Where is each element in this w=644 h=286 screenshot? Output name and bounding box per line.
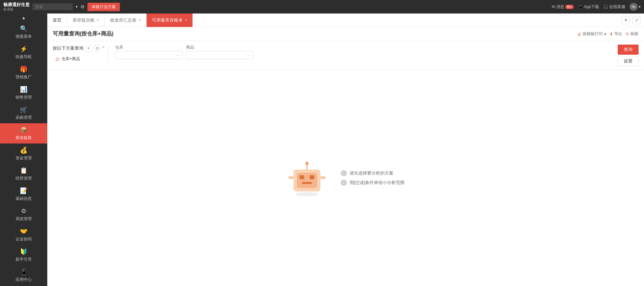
tab-summary-close[interactable]: × xyxy=(138,18,141,23)
purchase-icon: 🛒 xyxy=(20,106,27,113)
sidebar-label-operations: 经营管理 xyxy=(16,176,32,181)
page-header-actions: 🖨 按模板打印 ▾ ⬆ 导出 ↻ 刷新 xyxy=(577,31,639,37)
app-download-label: App下载 xyxy=(584,4,599,10)
export-icon: ⬆ xyxy=(610,32,613,36)
sidebar-item-finance[interactable]: 💰 资金管理 xyxy=(0,144,47,164)
settings-icon[interactable]: ⚙ xyxy=(80,4,85,9)
sidebar-item-system[interactable]: ⚙ 系统管理 xyxy=(0,204,47,225)
empty-state: 1 请先选择要分析的方案 2 用[过滤]条件来缩小分析范围 xyxy=(47,70,644,286)
sidebar-label-search: 搜索菜单 xyxy=(16,34,32,40)
product-label: 商品 xyxy=(186,45,254,50)
enterprise-icon: 🤝 xyxy=(20,228,27,235)
sidebar-label-sales: 销售管理 xyxy=(16,95,32,100)
query-button[interactable]: 查询 xyxy=(618,45,639,55)
online-service-button[interactable]: 🎧 在线客服 xyxy=(603,4,625,10)
scheme-panel: 按以下方案查询 + ⊙ « ⊙ 仓库+商品 xyxy=(53,45,108,63)
tab-close-button[interactable]: ✕ xyxy=(622,16,630,24)
app-center-icon: 📱 xyxy=(20,268,27,276)
inventory-icon: 📦 xyxy=(20,126,27,134)
refresh-icon: ↻ xyxy=(626,32,629,36)
tab-summary[interactable]: 收发存汇总表 × xyxy=(105,14,147,27)
user-menu[interactable]: Rit ▾ xyxy=(629,3,641,11)
tab-home[interactable]: 首页 xyxy=(47,14,67,27)
shortcut-icon: ⚡ xyxy=(20,45,27,53)
warehouse-more-btn[interactable]: ··· xyxy=(176,53,180,57)
tip-text-1: 请先选择要分析的方案 xyxy=(350,170,393,176)
svg-rect-8 xyxy=(320,176,326,179)
tab-batch[interactable]: 库存批次账 × xyxy=(67,14,105,27)
app-subtitle: 标准版 xyxy=(3,7,30,11)
sidebar-label-system: 系统管理 xyxy=(16,216,32,222)
sidebar-item-guide[interactable]: 🔰 新手引导 xyxy=(0,245,47,265)
query-area: 按以下方案查询 + ⊙ « ⊙ 仓库+商品 xyxy=(47,41,644,70)
user-initials: Rit xyxy=(632,5,636,9)
product-more-btn[interactable]: ··· xyxy=(247,53,251,57)
sidebar-scroll-up[interactable]: ▲ xyxy=(0,14,47,22)
scheme-item-icon: ⊙ xyxy=(55,56,59,62)
sidebar-item-inventory[interactable]: 📦 库存核算 xyxy=(0,123,47,144)
tip-text-2: 用[过滤]条件来缩小分析范围 xyxy=(350,180,405,186)
product-input[interactable] xyxy=(189,53,247,57)
scheme-add-button[interactable]: + xyxy=(85,45,92,52)
export-button[interactable]: ⬆ 导出 xyxy=(610,31,622,37)
tab-batch-label: 库存批次账 xyxy=(73,17,95,23)
refresh-label: 刷新 xyxy=(630,31,639,37)
page-header: 可用量查询(按仓库+商品) 🖨 按模板打印 ▾ ⬆ 导出 ↻ 刷新 xyxy=(47,27,644,41)
basic-info-icon: 📝 xyxy=(20,187,27,194)
sidebar-item-operations[interactable]: 📋 经营管理 xyxy=(0,164,47,184)
column-settings-button[interactable]: 设置 xyxy=(618,56,639,66)
tab-expand-button[interactable]: ⤢ xyxy=(633,16,641,24)
app-download-button[interactable]: 📱 App下载 xyxy=(578,4,599,10)
print-icon: 🖨 xyxy=(577,32,581,36)
top-bar-actions: ✉ 消息 99+ 📱 App下载 🎧 在线客服 Rit ▾ xyxy=(552,3,641,11)
tabs-bar-actions: ✕ ⤢ xyxy=(622,16,644,24)
sidebar-item-search[interactable]: 🔍 搜索菜单 xyxy=(0,22,47,42)
scheme-item-label: 仓库+商品 xyxy=(61,56,80,62)
online-service-label: 在线客服 xyxy=(609,4,625,10)
top-bar: 畅康通好生意 标准版 ▾ ⚙ 体验行业方案 ✉ 消息 99+ 📱 App下载 🎧… xyxy=(0,0,644,14)
warehouse-input[interactable] xyxy=(118,53,176,57)
print-dropdown-icon: ▾ xyxy=(604,32,606,36)
top-bar-left: 畅康通好生意 标准版 ▾ ⚙ 体验行业方案 xyxy=(3,2,120,11)
sales-icon: 📊 xyxy=(20,86,27,93)
warehouse-field: 仓库 ··· xyxy=(115,45,183,59)
operations-icon: 📋 xyxy=(20,167,27,174)
scheme-item-warehouse-product[interactable]: ⊙ 仓库+商品 xyxy=(53,55,105,63)
sidebar-item-sales[interactable]: 📊 销售管理 xyxy=(0,83,47,103)
product-input-wrapper[interactable]: ··· xyxy=(186,51,254,59)
sidebar-item-basic[interactable]: 📝 基础信息 xyxy=(0,184,47,204)
scheme-settings-button[interactable]: ⊙ xyxy=(94,45,101,52)
message-label: 消息 xyxy=(556,4,564,10)
sidebar-item-marketing[interactable]: 🎁 营销推广 xyxy=(0,62,47,83)
search-dropdown-icon[interactable]: ▾ xyxy=(76,4,78,9)
message-button[interactable]: ✉ 消息 99+ xyxy=(552,4,574,10)
sidebar-item-shortcut[interactable]: ⚡ 快捷导航 xyxy=(0,42,47,62)
refresh-button[interactable]: ↻ 刷新 xyxy=(626,31,639,37)
sidebar-label-purchase: 采购管理 xyxy=(16,115,32,121)
tab-available[interactable]: 可用量库存账本 × xyxy=(147,14,193,27)
tab-batch-close[interactable]: × xyxy=(97,18,99,23)
print-button[interactable]: 🖨 按模板打印 ▾ xyxy=(577,31,606,37)
action-buttons: 查询 设置 xyxy=(618,45,639,66)
empty-tips: 1 请先选择要分析的方案 2 用[过滤]条件来缩小分析范围 xyxy=(341,170,405,186)
sidebar-label-marketing: 营销推广 xyxy=(16,74,32,80)
scheme-actions: + ⊙ « xyxy=(85,45,105,52)
sidebar-item-enterprise[interactable]: 🤝 企业协同 xyxy=(0,225,47,245)
scheme-header-label: 按以下方案查询 xyxy=(53,45,83,51)
tab-available-close[interactable]: × xyxy=(185,18,187,23)
top-search-input[interactable] xyxy=(32,3,73,10)
guide-icon: 🔰 xyxy=(20,248,27,255)
scheme-collapse-button[interactable]: « xyxy=(102,45,105,52)
print-label: 按模板打印 xyxy=(583,31,603,37)
empty-illustration xyxy=(287,158,327,198)
message-icon: ✉ xyxy=(552,4,555,9)
sidebar-item-purchase[interactable]: 🛒 采购管理 xyxy=(0,103,47,123)
avatar: Rit xyxy=(629,3,638,11)
finance-icon: 💰 xyxy=(20,147,27,154)
tip-num-2: 2 xyxy=(341,180,347,186)
warehouse-input-wrapper[interactable]: ··· xyxy=(115,51,183,59)
sidebar-item-app-center[interactable]: 📱 应用中心 xyxy=(0,265,47,285)
sidebar: ▲ 🔍 搜索菜单 ⚡ 快捷导航 🎁 营销推广 📊 销售管理 🛒 采购管理 xyxy=(0,14,47,286)
sidebar-label-app-center: 应用中心 xyxy=(16,277,32,283)
industry-solution-button[interactable]: 体验行业方案 xyxy=(87,3,120,11)
